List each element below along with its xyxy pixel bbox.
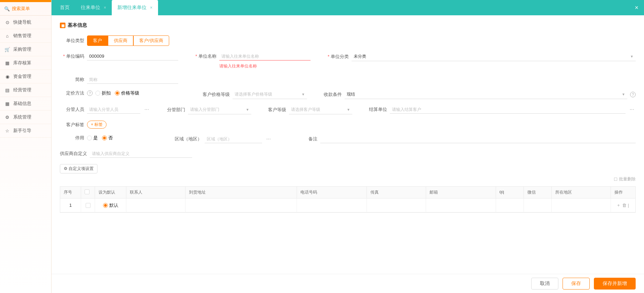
col-header-email: 邮箱: [426, 187, 496, 198]
tab-new-partner-close[interactable]: ×: [150, 5, 152, 10]
pricing-radio-discount[interactable]: 折扣: [95, 90, 111, 96]
disabled-no-outer: [102, 136, 107, 140]
tab-new-partner[interactable]: 新增往来单位 ×: [112, 0, 158, 15]
unit-code-input[interactable]: [87, 52, 178, 60]
header-checkbox[interactable]: [85, 189, 89, 194]
sidebar-item-sales[interactable]: ⌂ 销售管理: [0, 29, 51, 43]
delete-row-icon[interactable]: 🗑: [622, 203, 627, 208]
cell-qq-1[interactable]: [496, 198, 524, 212]
sidebar-item-label: 库存核算: [13, 60, 31, 66]
unit-code-field: 单位编码: [60, 52, 178, 60]
manager-dots[interactable]: ···: [143, 106, 150, 113]
supplier-custom-field: 供应商自定义: [60, 149, 192, 158]
level-label: 价格等级: [121, 90, 139, 96]
pricing-radio-group: 折扣 价格等级: [95, 90, 139, 96]
unit-type-field: 单位类型 客户 供应商 客户/供应商: [60, 35, 169, 46]
add-tag-button[interactable]: + 标签: [87, 121, 107, 129]
sidebar-item-operation[interactable]: ▤ 经营管理: [0, 83, 51, 97]
tab-partner[interactable]: 往来单位 ×: [75, 0, 112, 15]
sidebar-item-basic[interactable]: ▦ 基础信息: [0, 97, 51, 111]
default-label-1: 默认: [109, 202, 118, 209]
customer-price-level-label: 客户价格等级: [203, 91, 230, 98]
contact-input-1[interactable]: [130, 201, 182, 209]
global-close-btn[interactable]: ×: [632, 4, 641, 11]
cell-wx-1[interactable]: [524, 198, 552, 212]
scroll-icon[interactable]: |: [628, 203, 629, 208]
quick-nav-icon: ⊙: [4, 19, 10, 25]
section-icon: ▦: [60, 23, 65, 28]
cell-email-1[interactable]: [426, 198, 496, 212]
sidebar-item-label: 系统管理: [13, 114, 31, 120]
wx-input-1[interactable]: [527, 201, 548, 209]
guide-icon: ☆: [4, 128, 10, 134]
region-input-1[interactable]: [555, 201, 607, 209]
settlement-input[interactable]: [390, 105, 626, 114]
page-footer: 取消 保存 保存并新增: [52, 274, 644, 293]
fax-input-1[interactable]: [370, 201, 422, 209]
manager-input[interactable]: [87, 105, 140, 114]
supplier-custom-input[interactable]: [90, 149, 192, 158]
type-btn-customer[interactable]: 客户: [87, 35, 108, 46]
unit-name-label: 单位名称: [192, 53, 217, 59]
disabled-yes[interactable]: 是: [87, 135, 98, 141]
unit-name-input[interactable]: [219, 52, 311, 60]
col-header-default: 设为默认: [95, 187, 126, 198]
payment-terms-select[interactable]: 现结 ▼: [345, 90, 627, 99]
pricing-radio-level[interactable]: 价格等级: [115, 90, 139, 96]
tab-home-label: 首页: [60, 5, 70, 11]
unit-category-select[interactable]: 未分类 ▼: [352, 52, 636, 61]
purchase-icon: 🛒: [4, 46, 10, 52]
tab-home[interactable]: 首页: [54, 0, 75, 15]
disabled-yes-outer: [87, 136, 92, 140]
sidebar-item-guide[interactable]: ☆ 新手引导: [0, 124, 51, 138]
default-radio-1[interactable]: 默认: [103, 202, 118, 209]
col-header-action: 操作: [611, 187, 635, 198]
address-input-1[interactable]: [189, 201, 293, 209]
sidebar-item-purchase[interactable]: 🛒 采购管理: [0, 43, 51, 56]
payment-help-icon[interactable]: ?: [630, 92, 636, 97]
remark-input[interactable]: [320, 135, 636, 143]
phone-input-1[interactable]: [300, 201, 363, 209]
qq-input-1[interactable]: [500, 201, 520, 209]
tab-partner-close[interactable]: ×: [104, 5, 106, 10]
cancel-button[interactable]: 取消: [531, 278, 558, 290]
tab-bar: 首页 往来单位 × 新增往来单位 × ×: [52, 0, 644, 15]
save-and-new-button[interactable]: 保存并新增: [594, 278, 636, 290]
sidebar-search[interactable]: 🔍 搜索菜单: [0, 2, 51, 16]
cell-region-1[interactable]: [552, 198, 611, 212]
sidebar-item-inventory[interactable]: ▦ 库存核算: [0, 56, 51, 70]
region-input[interactable]: [205, 135, 262, 143]
department-select[interactable]: 请输入分管部门 ▼: [188, 105, 251, 114]
cell-contact-1[interactable]: [126, 198, 186, 212]
sidebar-item-quick-nav[interactable]: ⊙ 快捷导航: [0, 16, 51, 29]
row-checkbox-1[interactable]: [86, 203, 91, 208]
settlement-dots[interactable]: ···: [628, 106, 636, 113]
region-dots[interactable]: ···: [265, 136, 272, 142]
pricing-help-icon[interactable]: ?: [87, 90, 93, 96]
pricing-row: 定价方法 ? 折扣 价格等级 客户价格等级: [60, 90, 636, 99]
sales-icon: ⌂: [4, 33, 10, 39]
email-input-1[interactable]: [430, 201, 492, 209]
sidebar-item-finance[interactable]: ◉ 资金管理: [0, 70, 51, 83]
save-button[interactable]: 保存: [563, 278, 590, 290]
customer-level-select[interactable]: 请选择客户等级 ▼: [289, 105, 352, 114]
batch-delete-btn[interactable]: ☐ 批量删除: [614, 176, 636, 182]
sidebar-item-system[interactable]: ⚙ 系统管理: [0, 111, 51, 124]
customer-price-level-select[interactable]: 请选择客户价格等级 ▼: [233, 90, 307, 99]
disabled-no[interactable]: 否: [102, 135, 113, 141]
type-btn-supplier[interactable]: 供应商: [108, 35, 133, 46]
short-name-input[interactable]: [87, 75, 178, 84]
cell-phone-1[interactable]: [297, 198, 367, 212]
custom-settings-button[interactable]: ⚙ 自定义项设置: [60, 164, 97, 173]
add-row-icon[interactable]: +: [617, 203, 620, 208]
cell-default-1: 默认: [95, 198, 126, 212]
level-radio-inner: [116, 92, 119, 95]
type-btn-both[interactable]: 客户/供应商: [133, 35, 169, 46]
region-field: 区域（地区） ···: [175, 135, 272, 143]
cell-address-1[interactable]: [186, 198, 297, 212]
dept-chevron: ▼: [246, 108, 249, 112]
disabled-yes-label: 是: [93, 135, 98, 141]
cell-fax-1[interactable]: [367, 198, 426, 212]
disabled-row: 停用 是 否 区域（地区）: [60, 135, 636, 143]
inventory-icon: ▦: [4, 60, 10, 66]
